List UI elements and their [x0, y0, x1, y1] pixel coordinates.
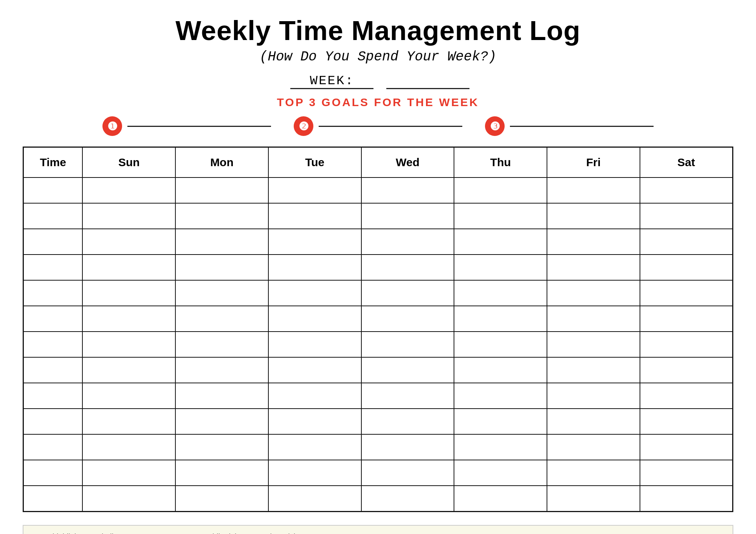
day-cell[interactable]: [454, 357, 547, 383]
day-cell[interactable]: [640, 434, 733, 460]
day-cell[interactable]: [454, 203, 547, 229]
day-cell[interactable]: [454, 383, 547, 409]
day-cell[interactable]: [547, 177, 640, 203]
day-cell[interactable]: [82, 486, 175, 511]
time-cell[interactable]: [23, 203, 83, 229]
time-cell[interactable]: [23, 332, 83, 357]
day-cell[interactable]: [640, 409, 733, 434]
time-cell[interactable]: [23, 383, 83, 409]
day-cell[interactable]: [82, 306, 175, 332]
day-cell[interactable]: [268, 486, 361, 511]
day-cell[interactable]: [175, 486, 268, 511]
day-cell[interactable]: [175, 255, 268, 280]
day-cell[interactable]: [454, 434, 547, 460]
day-cell[interactable]: [361, 383, 454, 409]
day-cell[interactable]: [640, 306, 733, 332]
day-cell[interactable]: [82, 357, 175, 383]
day-cell[interactable]: [268, 177, 361, 203]
day-cell[interactable]: [175, 306, 268, 332]
time-cell[interactable]: [23, 357, 83, 383]
day-cell[interactable]: [454, 409, 547, 434]
day-cell[interactable]: [82, 383, 175, 409]
day-cell[interactable]: [361, 486, 454, 511]
day-cell[interactable]: [268, 229, 361, 255]
day-cell[interactable]: [82, 229, 175, 255]
day-cell[interactable]: [175, 280, 268, 306]
time-cell[interactable]: [23, 434, 83, 460]
day-cell[interactable]: [640, 486, 733, 511]
day-cell[interactable]: [361, 409, 454, 434]
day-cell[interactable]: [547, 434, 640, 460]
day-cell[interactable]: [82, 203, 175, 229]
day-cell[interactable]: [454, 255, 547, 280]
day-cell[interactable]: [640, 332, 733, 357]
day-cell[interactable]: [547, 306, 640, 332]
time-cell[interactable]: [23, 255, 83, 280]
day-cell[interactable]: [547, 332, 640, 357]
day-cell[interactable]: [268, 203, 361, 229]
day-cell[interactable]: [361, 177, 454, 203]
day-cell[interactable]: [82, 280, 175, 306]
day-cell[interactable]: [82, 434, 175, 460]
day-cell[interactable]: [640, 177, 733, 203]
day-cell[interactable]: [82, 409, 175, 434]
day-cell[interactable]: [361, 280, 454, 306]
day-cell[interactable]: [361, 229, 454, 255]
time-cell[interactable]: [23, 177, 83, 203]
day-cell[interactable]: [547, 460, 640, 486]
day-cell[interactable]: [175, 434, 268, 460]
day-cell[interactable]: [268, 280, 361, 306]
day-cell[interactable]: [268, 383, 361, 409]
day-cell[interactable]: [268, 255, 361, 280]
time-cell[interactable]: [23, 409, 83, 434]
day-cell[interactable]: [640, 255, 733, 280]
day-cell[interactable]: [454, 177, 547, 203]
day-cell[interactable]: [175, 409, 268, 434]
day-cell[interactable]: [268, 409, 361, 434]
day-cell[interactable]: [175, 229, 268, 255]
day-cell[interactable]: [268, 434, 361, 460]
day-cell[interactable]: [454, 486, 547, 511]
day-cell[interactable]: [640, 229, 733, 255]
time-cell[interactable]: [23, 280, 83, 306]
day-cell[interactable]: [454, 280, 547, 306]
day-cell[interactable]: [175, 357, 268, 383]
day-cell[interactable]: [268, 332, 361, 357]
day-cell[interactable]: [454, 306, 547, 332]
day-cell[interactable]: [361, 255, 454, 280]
day-cell[interactable]: [454, 229, 547, 255]
day-cell[interactable]: [640, 203, 733, 229]
day-cell[interactable]: [547, 383, 640, 409]
day-cell[interactable]: [640, 383, 733, 409]
time-cell[interactable]: [23, 486, 83, 511]
time-cell[interactable]: [23, 229, 83, 255]
day-cell[interactable]: [454, 460, 547, 486]
day-cell[interactable]: [640, 460, 733, 486]
day-cell[interactable]: [547, 203, 640, 229]
day-cell[interactable]: [268, 306, 361, 332]
day-cell[interactable]: [361, 357, 454, 383]
day-cell[interactable]: [175, 177, 268, 203]
day-cell[interactable]: [361, 460, 454, 486]
day-cell[interactable]: [175, 383, 268, 409]
day-cell[interactable]: [82, 255, 175, 280]
day-cell[interactable]: [175, 332, 268, 357]
day-cell[interactable]: [361, 306, 454, 332]
day-cell[interactable]: [547, 486, 640, 511]
day-cell[interactable]: [361, 203, 454, 229]
day-cell[interactable]: [547, 357, 640, 383]
day-cell[interactable]: [640, 280, 733, 306]
day-cell[interactable]: [82, 332, 175, 357]
day-cell[interactable]: [547, 409, 640, 434]
day-cell[interactable]: [361, 434, 454, 460]
day-cell[interactable]: [547, 280, 640, 306]
day-cell[interactable]: [175, 460, 268, 486]
day-cell[interactable]: [268, 460, 361, 486]
day-cell[interactable]: [175, 203, 268, 229]
day-cell[interactable]: [640, 357, 733, 383]
day-cell[interactable]: [547, 229, 640, 255]
day-cell[interactable]: [82, 460, 175, 486]
day-cell[interactable]: [361, 332, 454, 357]
time-cell[interactable]: [23, 460, 83, 486]
day-cell[interactable]: [454, 332, 547, 357]
